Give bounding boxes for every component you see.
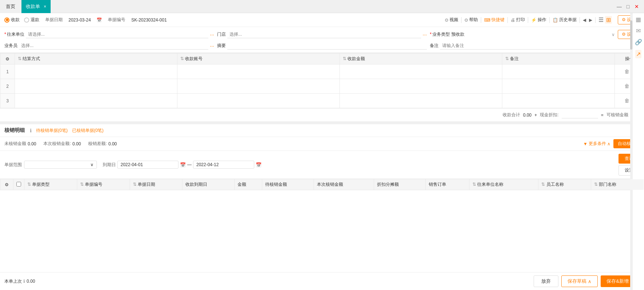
row1-delete-icon[interactable]: 🗑	[624, 68, 629, 75]
video-icon: ⊙	[445, 17, 448, 23]
gear-icon: ⚙	[622, 32, 626, 37]
minimize-button[interactable]: —	[616, 4, 622, 9]
layout-list-icon[interactable]: ☰	[598, 16, 604, 23]
th-account-label: 收款账号	[185, 56, 203, 61]
lth-counterpart-label: 往来单位名称	[477, 182, 503, 187]
calendar-icon[interactable]: 📅	[97, 17, 102, 23]
store-field: 门店 ···	[217, 31, 427, 38]
date-from-input[interactable]	[117, 161, 178, 169]
history-action[interactable]: 📋 历史单据	[553, 17, 577, 23]
date-filter-label: 到期日	[103, 162, 116, 168]
row1-note[interactable]	[502, 64, 614, 79]
business-type-select[interactable]: 预收款 ∨	[451, 31, 615, 38]
help-action[interactable]: ⊙ 帮助	[464, 17, 478, 23]
video-label: 视频	[449, 17, 458, 23]
tab-close-icon[interactable]: ×	[44, 4, 46, 9]
business-type-value: 预收款	[451, 31, 610, 38]
salesperson-more-icon[interactable]: ···	[210, 43, 214, 49]
radio-shoukuan-label: 收款	[11, 17, 20, 23]
row3-account[interactable]	[177, 94, 339, 108]
radio-tuikuan-label: 退款	[31, 17, 39, 23]
lth-employee-sort: ⇅	[541, 182, 545, 187]
store-input[interactable]	[227, 31, 421, 38]
row3-settlement[interactable]	[15, 94, 177, 108]
sidebar-link-icon[interactable]: 🔗	[635, 39, 642, 46]
range-select[interactable]: ∨	[24, 161, 97, 169]
lth-type-sort: ⇅	[27, 182, 31, 187]
date-range-dash: —	[187, 162, 192, 167]
table-area: ⚙ ⇅ 结算方式 ⇅ 收款账号 ⇅ 收款金额	[0, 53, 644, 108]
lth-amount-label: 金额	[237, 182, 246, 187]
subtotal-label: 收款合计	[503, 112, 520, 118]
row1-settlement[interactable]	[15, 64, 177, 79]
date-to-icon[interactable]: 📅	[256, 162, 262, 168]
prev-icon[interactable]: ◀	[583, 17, 586, 23]
sidebar-table-icon[interactable]: ▦	[636, 16, 641, 23]
diff-stat: 核销差额: 0.00	[88, 141, 117, 147]
totals-row: 收款合计 0.00 + 现金折扣: = 可核销金额 0.00	[0, 108, 644, 121]
discard-button[interactable]: 放弃	[534, 275, 558, 287]
sidebar-mail-icon[interactable]: ✉	[636, 27, 641, 34]
hexiao-info-icon[interactable]: ℹ	[30, 128, 32, 133]
shortcut-action[interactable]: ⌨ 快捷键	[484, 17, 504, 23]
more-conditions-label: 更多条件	[589, 141, 606, 147]
tab-active[interactable]: 收款单 ×	[21, 0, 51, 13]
main-table: ⚙ ⇅ 结算方式 ⇅ 收款账号 ⇅ 收款金额	[0, 53, 644, 108]
save-draft-button[interactable]: 保存草稿 ∧	[561, 275, 598, 287]
radio-shoukuan[interactable]: 收款	[4, 17, 20, 23]
radio-tuikuan[interactable]: 退款	[24, 17, 39, 23]
scroll-thumb[interactable]	[630, 20, 632, 50]
counterpart-input[interactable]	[26, 31, 209, 38]
totals-plus: +	[534, 113, 537, 118]
radio-group: 收款 退款	[4, 17, 39, 23]
pending-tab[interactable]: 待核销单据(0笔)	[36, 128, 68, 134]
operation-action[interactable]: ⚡ 操作	[531, 17, 546, 23]
row2-account[interactable]	[177, 79, 339, 94]
right-sidebar: ▦ ✉ 🔗 ↗	[632, 13, 644, 290]
hexiao-stats: 未核销金额 0.00 本次核销金额: 0.00 核销差额: 0.00 ▼ 更多条…	[0, 137, 644, 151]
summary-label: 摘要	[217, 43, 226, 49]
select-all-checkbox[interactable]	[16, 182, 21, 187]
print-action[interactable]: 🖨 打印	[511, 17, 525, 23]
sidebar-expand-icon[interactable]: ↗	[635, 50, 641, 58]
row2-note[interactable]	[502, 79, 614, 94]
th-settlement-label: 结算方式	[23, 56, 40, 61]
lth-date-label: 单据日期	[138, 182, 155, 187]
salesperson-input[interactable]	[19, 42, 208, 50]
summary-input[interactable]	[227, 42, 427, 50]
hexiao-header: 核销明细 ℹ 待核销单据(0笔) 已核销单据(0笔)	[0, 124, 644, 137]
current-value: 0.00	[72, 141, 81, 146]
lth-type: ⇅ 单据类型	[24, 179, 77, 190]
more-conditions-btn[interactable]: ▼ 更多条件 ∧	[583, 141, 610, 147]
lth-gear[interactable]: ⚙	[0, 179, 13, 190]
shortcut-icon: ⌨	[484, 17, 490, 23]
row2-settlement[interactable]	[15, 79, 177, 94]
next-icon[interactable]: ▶	[589, 17, 592, 23]
row3-delete-icon[interactable]: 🗑	[624, 98, 629, 104]
video-action[interactable]: ⊙ 视频	[445, 17, 458, 23]
note-field: 备注	[430, 42, 640, 50]
counterpart-more-icon[interactable]: ···	[210, 32, 214, 38]
discount-input[interactable]	[562, 111, 598, 118]
layout-grid-icon[interactable]: ⊞	[605, 16, 612, 24]
lth-checkbox[interactable]	[13, 179, 24, 190]
per-order-info-icon[interactable]: ℹ	[23, 279, 25, 284]
store-label: 门店	[217, 31, 226, 38]
maximize-button[interactable]: □	[625, 4, 631, 9]
row1-account[interactable]	[177, 64, 339, 79]
th-gear[interactable]: ⚙	[0, 54, 15, 64]
tab-home[interactable]: 首页	[0, 0, 21, 13]
close-button[interactable]: ✕	[634, 4, 640, 9]
row3-note[interactable]	[502, 94, 614, 108]
date-from-icon[interactable]: 📅	[180, 162, 186, 168]
date-to-input[interactable]	[193, 161, 254, 169]
note-input[interactable]	[440, 42, 640, 50]
row3-amount[interactable]	[339, 94, 502, 108]
done-tab[interactable]: 已核销单据(0笔)	[72, 128, 104, 134]
row1-amount[interactable]	[339, 64, 502, 79]
lth-duedate-label: 收款到期日	[185, 182, 207, 187]
store-more-icon[interactable]: ···	[423, 32, 427, 38]
row2-delete-icon[interactable]: 🗑	[624, 83, 629, 89]
save-draft-arrow-icon: ∧	[588, 279, 592, 284]
row2-amount[interactable]	[339, 79, 502, 94]
